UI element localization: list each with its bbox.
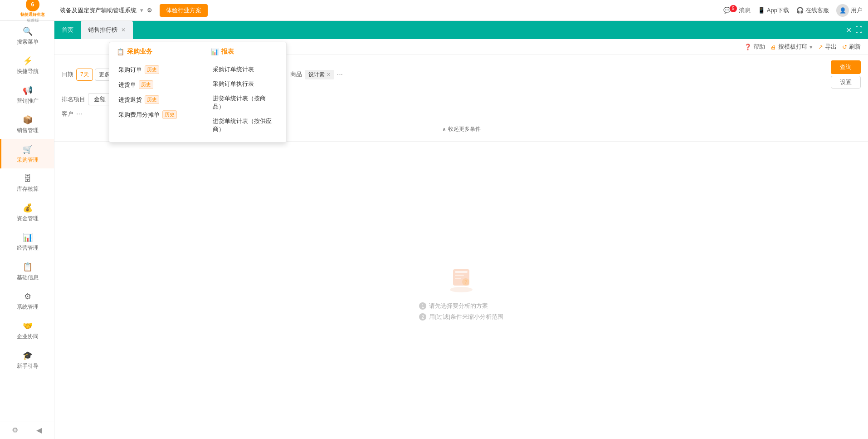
inbound-return-label: 进货退货 xyxy=(118,96,142,104)
message-badge: 9 xyxy=(730,5,737,12)
system-icon: ⚙ xyxy=(24,291,31,301)
header-right: 💬 9 消息 📱 App下载 🎧 在线客服 👤 用户 xyxy=(723,4,863,17)
sidebar-item-search[interactable]: 🔍 搜索菜单 xyxy=(0,21,54,50)
refresh-btn[interactable]: ↺ 刷新 xyxy=(842,43,861,51)
inbound-label: 进货单 xyxy=(118,81,136,89)
content-area: 首页 销售排行榜 ✕ ✕ ⛶ ❓ 帮助 🖨 按模板打印 xyxy=(54,21,868,439)
sidebar-item-label: 搜索菜单 xyxy=(17,38,39,46)
tab-bar: 首页 销售排行榜 ✕ ✕ ⛶ xyxy=(54,21,868,39)
svg-text:6: 6 xyxy=(31,1,34,8)
menu-item-inbound-stats-supplier[interactable]: 进货单统计表（按供应商） xyxy=(211,114,279,137)
settings-button[interactable]: 设置 xyxy=(831,76,861,89)
system-title: 装备及固定资产辅助管理系统 xyxy=(60,6,137,15)
customer-more-icon[interactable]: ··· xyxy=(76,110,82,118)
message-item[interactable]: 💬 9 消息 xyxy=(723,6,751,15)
sidebar-item-label: 新手引导 xyxy=(17,362,39,370)
sidebar-settings-btn[interactable]: ⚙ xyxy=(5,426,25,434)
print-btn[interactable]: 🖨 按模板打印 ▾ xyxy=(770,43,813,51)
search-icon: 🔍 xyxy=(23,26,33,36)
tip1-text: 请先选择要分析的方案 xyxy=(429,302,488,310)
sidebar-item-sales[interactable]: 📦 销售管理 xyxy=(0,109,54,139)
product-tag-close[interactable]: ✕ xyxy=(327,72,331,78)
menu-item-purchase-order[interactable]: 采购订单 历史 xyxy=(117,62,185,77)
avatar: 👤 xyxy=(836,4,849,17)
help-label: 帮助 xyxy=(753,43,765,51)
sidebar-item-marketing[interactable]: 📢 营销推广 xyxy=(0,80,54,109)
system-dropdown-icon[interactable]: ▾ xyxy=(140,7,143,14)
history-badge-4: 历史 xyxy=(162,110,177,119)
report-col: 📊 报表 采购订单统计表 采购订单执行表 进货单统计表（按商品） 进货单统计表（… xyxy=(211,48,279,137)
app-download-item[interactable]: 📱 App下载 xyxy=(758,6,789,15)
industry-button[interactable]: 体验行业方案 xyxy=(160,4,208,17)
menu-item-inbound[interactable]: 进货单 历史 xyxy=(117,77,185,92)
purchase-order-label: 采购订单 xyxy=(118,66,142,74)
tab-home[interactable]: 首页 xyxy=(54,21,81,39)
tab-close-btn[interactable]: ✕ xyxy=(846,26,852,35)
purchase-col-icon: 📋 xyxy=(117,48,124,55)
tip2-num: 2 xyxy=(419,313,426,321)
sidebar-item-purchase[interactable]: 🛒 采购管理 xyxy=(0,139,54,168)
customer-filter: 客户 ··· xyxy=(62,110,82,118)
sidebar-item-guide[interactable]: 🎓 新手引导 xyxy=(0,345,54,375)
marketing-icon: 📢 xyxy=(23,85,33,95)
user-item[interactable]: 👤 用户 xyxy=(836,4,863,17)
enterprise-icon: 🤝 xyxy=(23,321,33,331)
tab-home-label: 首页 xyxy=(62,26,73,34)
logo-icon: 6 xyxy=(25,0,40,12)
purchase-cost-label: 采购费用分摊单 xyxy=(118,111,160,119)
system-name-area: 装备及固定资产辅助管理系统 ▾ ⚙ 体验行业方案 xyxy=(60,4,723,17)
sidebar-item-label: 采购管理 xyxy=(17,156,39,164)
tab-close-icon[interactable]: ✕ xyxy=(121,27,126,33)
tab-sales-rank-label: 销售排行榜 xyxy=(88,26,117,34)
purchase-dropdown-menu: 📋 采购业务 采购订单 历史 进货单 历史 进货退货 历史 采购费用分摊单 xyxy=(109,42,287,143)
date-preset-7days[interactable]: 7天 xyxy=(76,69,93,81)
sidebar-item-basic[interactable]: 📋 基础信息 xyxy=(0,256,54,286)
quick-icon: ⚡ xyxy=(23,56,33,66)
rank-item-label: 排名项目 xyxy=(62,95,85,104)
tab-maximize-btn[interactable]: ⛶ xyxy=(855,26,863,34)
sidebar-item-operations[interactable]: 📊 经营管理 xyxy=(0,227,54,256)
sidebar-item-label: 企业协同 xyxy=(17,333,39,340)
export-btn[interactable]: ↗ 导出 xyxy=(818,43,837,51)
menu-item-inbound-stats-product[interactable]: 进货单统计表（按商品） xyxy=(211,91,279,114)
sidebar-item-label: 快捷导航 xyxy=(17,68,39,75)
sidebar-item-finance[interactable]: 💰 资金管理 xyxy=(0,197,54,227)
product-label: 商品 xyxy=(290,70,302,79)
svg-rect-6 xyxy=(455,278,461,279)
empty-illustration: ? xyxy=(443,260,479,296)
po-exec-label: 采购订单执行表 xyxy=(213,80,254,88)
tip1-num: 1 xyxy=(419,302,426,310)
empty-state: ? 1 请先选择要分析的方案 2 用[过滤]条件来缩小分析范围 xyxy=(54,142,868,439)
menu-item-po-stats[interactable]: 采购订单统计表 xyxy=(211,62,279,77)
product-filter: 商品 设计素 ✕ ··· xyxy=(290,70,343,79)
empty-tip-1: 1 请先选择要分析的方案 xyxy=(419,302,503,310)
help-btn[interactable]: ❓ 帮助 xyxy=(744,43,765,51)
date-filter-label: 日期 xyxy=(62,70,73,79)
sidebar-item-label: 系统管理 xyxy=(17,303,39,311)
empty-tip-2: 2 用[过滤]条件来缩小分析范围 xyxy=(419,313,503,321)
sidebar-collapse-btn[interactable]: ◀ xyxy=(29,426,50,434)
report-col-header: 📊 报表 xyxy=(211,48,279,58)
svg-rect-4 xyxy=(455,271,468,273)
sidebar-item-inventory[interactable]: 🗄 库存核算 xyxy=(0,168,54,197)
message-label: 消息 xyxy=(739,6,751,15)
sidebar-item-quick[interactable]: ⚡ 快捷导航 xyxy=(0,50,54,80)
tab-sales-rank[interactable]: 销售排行榜 ✕ xyxy=(81,21,133,39)
sidebar-item-label: 库存核算 xyxy=(17,185,39,193)
menu-item-po-exec[interactable]: 采购订单执行表 xyxy=(211,77,279,91)
logo-area: 6 畅捷通好生意 标准版 xyxy=(5,0,60,24)
sidebar-item-enterprise[interactable]: 🤝 企业协同 xyxy=(0,316,54,345)
online-service-item[interactable]: 🎧 在线客服 xyxy=(796,6,829,15)
product-more-icon[interactable]: ··· xyxy=(337,70,343,79)
report-col-label: 报表 xyxy=(221,48,234,56)
menu-item-inbound-return[interactable]: 进货退货 历史 xyxy=(117,92,185,107)
basic-icon: 📋 xyxy=(23,262,33,272)
help-icon: ❓ xyxy=(744,44,751,50)
menu-item-purchase-cost[interactable]: 采购费用分摊单 历史 xyxy=(117,107,185,122)
purchase-col: 📋 采购业务 采购订单 历史 进货单 历史 进货退货 历史 采购费用分摊单 xyxy=(117,48,185,137)
svg-rect-5 xyxy=(455,275,464,276)
query-button[interactable]: 查询 xyxy=(831,60,861,74)
sidebar-item-system[interactable]: ⚙ 系统管理 xyxy=(0,286,54,316)
svg-text:?: ? xyxy=(464,280,467,285)
settings-icon[interactable]: ⚙ xyxy=(147,7,152,14)
